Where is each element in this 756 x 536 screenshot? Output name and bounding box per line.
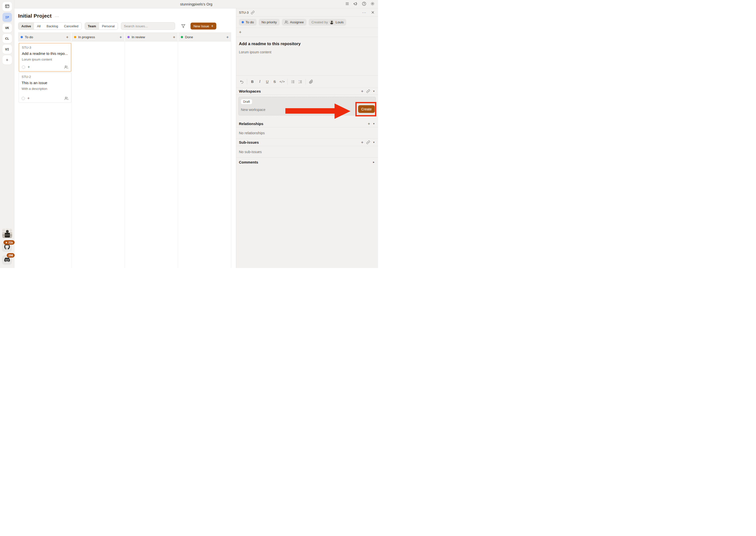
issue-description-field[interactable]: Lorum ipsum content: [239, 50, 375, 54]
workspace-name-field[interactable]: New workspace: [241, 108, 266, 112]
app-window: IP VK CL VI + ★ 21k 298: [0, 0, 378, 268]
discord-icon: [4, 257, 10, 263]
users-icon: [285, 20, 288, 24]
search-input[interactable]: [121, 22, 175, 30]
filter-funnel-icon[interactable]: [181, 24, 186, 28]
filter-tab-active[interactable]: Active: [18, 22, 34, 29]
status-dashed-circle-icon[interactable]: [21, 97, 25, 100]
add-sub-issue-button[interactable]: +: [361, 140, 364, 145]
settings-gear-icon[interactable]: [370, 2, 375, 7]
column-header-done: Done +: [178, 33, 231, 41]
underline-button[interactable]: U: [264, 80, 271, 84]
chevron-down-icon[interactable]: ▾: [373, 141, 375, 144]
add-workspace-button[interactable]: +: [3, 55, 12, 64]
sub-issues-empty-state: No sub-issues: [236, 146, 378, 157]
draft-badge: Draft: [241, 99, 252, 104]
scope-tab-personal[interactable]: Personal: [99, 22, 118, 29]
column-header-todo: To do +: [18, 33, 71, 41]
project-title: Initial Project: [18, 13, 52, 19]
add-workspace-item-button[interactable]: +: [361, 89, 364, 93]
kanban-board: Initial Project ··· Active All Backlog C…: [15, 9, 236, 268]
new-issue-button[interactable]: New Issue +: [191, 22, 216, 29]
panel-more-icon[interactable]: ···: [362, 11, 366, 15]
bold-button[interactable]: B: [249, 80, 256, 84]
issue-title-field[interactable]: Add a readme to this repository: [239, 42, 375, 46]
status-dashed-circle-icon[interactable]: [22, 65, 25, 69]
undo-icon[interactable]: [238, 80, 245, 84]
filter-tab-backlog[interactable]: Backlog: [44, 22, 61, 29]
numbered-list-icon[interactable]: 12: [297, 80, 304, 84]
svg-text:1: 1: [299, 80, 300, 82]
apps-switcher-button[interactable]: [3, 2, 12, 11]
link-icon[interactable]: [366, 141, 370, 144]
workspace-rail: IP VK CL VI + ★ 21k 298: [0, 0, 15, 268]
star-icon: ★: [5, 241, 8, 244]
status-badge[interactable]: To do: [239, 19, 257, 25]
add-issue-in-progress-button[interactable]: +: [120, 35, 122, 39]
workspace-tile-vi[interactable]: VI: [3, 45, 12, 54]
add-issue-todo-button[interactable]: +: [66, 35, 69, 39]
bullet-list-icon[interactable]: [289, 80, 297, 84]
menu-icon[interactable]: [345, 2, 349, 7]
sub-issues-section-header: Sub-issues + ▾: [236, 139, 378, 146]
annotation-arrow-head: [335, 104, 350, 119]
chevron-right-icon[interactable]: ▸: [373, 160, 375, 164]
add-label-icon[interactable]: +: [27, 96, 29, 100]
assignee-users-icon[interactable]: [64, 65, 68, 69]
workspaces-section-header: Workspaces + ▾: [236, 88, 378, 95]
github-icon: [4, 244, 10, 251]
org-title: stunningpixels's Org: [15, 0, 378, 8]
scope-tabs: Team Personal: [85, 22, 118, 30]
annotation-highlight-box: [355, 102, 376, 117]
assignee-badge[interactable]: Assignee: [282, 19, 307, 25]
column-header-in-progress: In progress +: [72, 33, 125, 41]
status-dot: [242, 21, 244, 23]
close-icon[interactable]: [371, 11, 375, 14]
layout-icon: [5, 4, 10, 10]
created-by-badge[interactable]: Created by Louis: [309, 19, 346, 25]
link-icon[interactable]: [366, 89, 370, 93]
filter-tab-all[interactable]: All: [34, 22, 44, 29]
chevron-down-icon[interactable]: ▾: [373, 89, 375, 93]
column-headers: To do + In progress + In review + Done +: [18, 32, 231, 42]
help-icon[interactable]: [362, 2, 366, 7]
project-more-icon[interactable]: ···: [55, 15, 59, 18]
italic-button[interactable]: I: [256, 80, 264, 84]
code-button[interactable]: </>: [278, 80, 286, 84]
workspace-draft-row: Draft New workspace Create: [238, 97, 376, 116]
assignee-users-icon[interactable]: [65, 96, 68, 100]
column-divider: [231, 42, 231, 268]
column-divider: [125, 42, 125, 268]
annotation-arrow: [285, 108, 335, 114]
issue-id: STU-2: [21, 75, 68, 79]
github-stars-badge: ★ 21k: [4, 240, 15, 245]
issue-description: Lorum ipsum content: [22, 57, 68, 61]
workspace-tile-ip[interactable]: IP: [3, 13, 12, 22]
add-attribute-button[interactable]: +: [239, 30, 242, 35]
add-label-icon[interactable]: +: [27, 65, 30, 69]
scope-tab-team[interactable]: Team: [85, 22, 99, 29]
workspace-tile-vk[interactable]: VK: [3, 23, 12, 32]
chevron-down-icon[interactable]: ▾: [373, 122, 375, 125]
relationships-section-header: Relationships + ▾: [236, 120, 378, 127]
strikethrough-button[interactable]: S: [271, 80, 278, 84]
add-issue-in-review-button[interactable]: +: [173, 35, 175, 39]
attachment-paperclip-icon[interactable]: [307, 80, 315, 84]
issue-id: STU-3: [239, 11, 249, 15]
top-bar: stunningpixels's Org: [15, 0, 378, 9]
editor-toolbar: B I U S </> 12: [236, 76, 378, 88]
issue-card-stu-2[interactable]: STU-2 This is an issue With a descriptio…: [18, 73, 71, 103]
plus-icon: +: [211, 24, 213, 28]
workspace-tile-cl[interactable]: CL: [3, 34, 12, 43]
issue-filter-tabs: Active All Backlog Cancelled: [18, 22, 82, 30]
issue-card-stu-3[interactable]: STU-3 Add a readme to this repo... Lorum…: [18, 43, 71, 72]
filter-tab-cancelled[interactable]: Cancelled: [61, 22, 82, 29]
status-dot-in-review: [127, 36, 130, 38]
issue-description: With a description: [21, 87, 68, 90]
add-issue-done-button[interactable]: +: [226, 35, 229, 39]
copy-link-icon[interactable]: [251, 11, 255, 15]
add-relationship-button[interactable]: +: [368, 121, 370, 126]
priority-badge[interactable]: No priority: [259, 19, 280, 25]
user-avatar[interactable]: [2, 228, 12, 238]
megaphone-icon[interactable]: [353, 2, 358, 7]
